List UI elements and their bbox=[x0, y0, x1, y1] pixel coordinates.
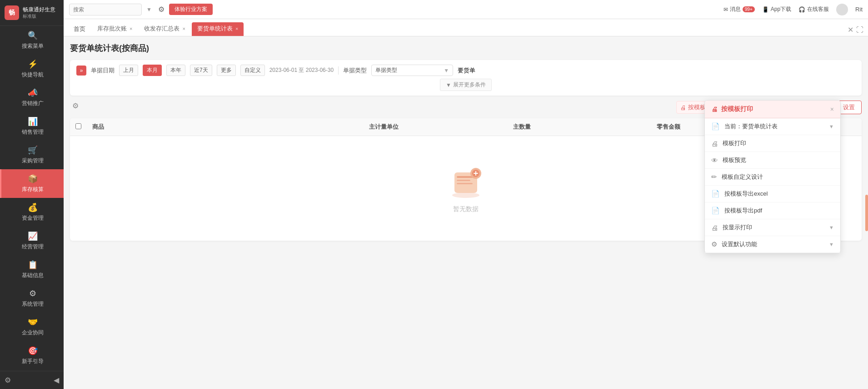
tabbar: 首页 库存批次账 × 收发存汇总表 × 要货单统计表 × ✕ ⛶ bbox=[64, 19, 868, 36]
sidebar-footer: ⚙ ◀ bbox=[0, 371, 64, 389]
logo-text: 畅康通好生意 标准版 bbox=[23, 6, 55, 20]
dropdown-template-preview[interactable]: 👁 模板预览 bbox=[705, 152, 840, 169]
date-btn-last-month[interactable]: 上月 bbox=[119, 65, 138, 76]
dropdown-close-button[interactable]: × bbox=[830, 106, 834, 113]
action-bar-left: ⚙ bbox=[70, 100, 81, 111]
default-func-inner: ⚙ 设置默认功能 bbox=[711, 240, 757, 248]
sidebar-logo: 畅 畅康通好生意 标准版 bbox=[0, 0, 64, 26]
sidebar-item-marketing[interactable]: 📣 营销推广 bbox=[0, 83, 64, 112]
svg-rect-4 bbox=[457, 183, 473, 184]
select-all-checkbox[interactable] bbox=[75, 123, 81, 129]
collab-icon: 🤝 bbox=[28, 317, 38, 327]
main-area: ▼ ⚙ 体验行业方案 ✉ 消息 99+ 📱 App下载 🎧 在线客服 Rit 首… bbox=[64, 0, 868, 389]
th-unit: 主计量单位 bbox=[364, 118, 508, 136]
sidebar: 畅 畅康通好生意 标准版 🔍 搜索菜单 ⚡ 快捷导航 📣 营销推广 📊 销售管理… bbox=[0, 0, 64, 389]
guide-icon: 🎯 bbox=[28, 346, 38, 356]
collapse-footer-icon[interactable]: ◀ bbox=[54, 376, 59, 384]
doc-type-label: 单据类型 bbox=[343, 66, 367, 75]
sidebar-item-purchase[interactable]: 🛒 采购管理 bbox=[0, 141, 64, 169]
sidebar-item-search[interactable]: 🔍 搜索菜单 bbox=[0, 26, 64, 55]
dropdown-title: 🖨 按模板打印 bbox=[711, 105, 753, 113]
tab-expand-icon[interactable]: ⛶ bbox=[856, 26, 863, 34]
search-input[interactable] bbox=[69, 4, 142, 15]
operation-icon: 📈 bbox=[28, 231, 38, 241]
dropdown-template-design[interactable]: ✏ 模板自定义设计 bbox=[705, 169, 840, 186]
sidebar-item-sales[interactable]: 📊 销售管理 bbox=[0, 112, 64, 141]
basic-icon: 📋 bbox=[28, 260, 38, 270]
sidebar-item-inventory[interactable]: 📦 库存核算 bbox=[0, 169, 64, 198]
dropdown-export-excel[interactable]: 📄 按模板导出excel bbox=[705, 186, 840, 202]
gear-settings-icon[interactable]: ⚙ bbox=[70, 100, 81, 111]
expand-more-icon: ▼ bbox=[446, 82, 451, 88]
date-btn-this-year[interactable]: 本年 bbox=[166, 65, 185, 76]
dropdown-default-func[interactable]: ⚙ 设置默认功能 ▼ bbox=[705, 236, 840, 253]
tab-batch[interactable]: 库存批次账 × bbox=[92, 22, 138, 36]
sidebar-scroll: 🔍 搜索菜单 ⚡ 快捷导航 📣 营销推广 📊 销售管理 🛒 采购管理 📦 库存核… bbox=[0, 26, 64, 371]
finance-icon: 💰 bbox=[28, 202, 38, 212]
template-design-icon: ✏ bbox=[711, 173, 717, 181]
tab-close-all-icon[interactable]: ✕ bbox=[848, 25, 853, 34]
date-btn-this-month[interactable]: 本月 bbox=[143, 65, 162, 76]
default-func-icon: ⚙ bbox=[711, 240, 717, 248]
headset-icon: 🎧 bbox=[798, 6, 805, 13]
filter-expand-icon[interactable]: » bbox=[76, 66, 86, 76]
app-download-button[interactable]: 📱 App下载 bbox=[762, 5, 791, 13]
date-range-text: 2023-06-01 至 2023-06-30 bbox=[269, 66, 334, 74]
filter-card: » 单据日期 上月 本月 本年 近7天 更多 自定义 2023-06-01 至 … bbox=[70, 60, 862, 96]
topbar-right: ✉ 消息 99+ 📱 App下载 🎧 在线客服 Rit bbox=[723, 4, 863, 15]
template-preview-icon: 👁 bbox=[711, 157, 718, 164]
display-print-icon: 🖨 bbox=[711, 224, 718, 232]
th-check[interactable] bbox=[70, 119, 87, 135]
empty-illustration bbox=[443, 163, 489, 200]
dropdown-template-print[interactable]: 🖨 模板打印 bbox=[705, 135, 840, 152]
sidebar-item-operation[interactable]: 📈 经营管理 bbox=[0, 227, 64, 255]
default-func-chevron-icon: ▼ bbox=[829, 242, 834, 247]
print-dropdown: 🖨 按模板打印 × 📄 当前：要货单统计表 ▼ 🖨 模板打印 👁 模板预览 bbox=[704, 100, 841, 253]
dropdown-export-pdf[interactable]: 📄 按模板导出pdf bbox=[705, 202, 840, 219]
search-icon: 🔍 bbox=[28, 30, 38, 40]
date-btn-7days[interactable]: 近7天 bbox=[190, 65, 212, 76]
sidebar-item-basic[interactable]: 📋 基础信息 bbox=[0, 255, 64, 284]
app-download-icon: 📱 bbox=[762, 6, 769, 13]
settings-footer-icon[interactable]: ⚙ bbox=[5, 376, 11, 384]
svg-point-0 bbox=[452, 192, 479, 198]
dropdown-display-print[interactable]: 🖨 按显示打印 ▼ bbox=[705, 219, 840, 236]
sidebar-item-collab[interactable]: 🤝 企业协同 bbox=[0, 313, 64, 341]
avatar[interactable] bbox=[836, 4, 848, 15]
dropdown-current-template[interactable]: 📄 当前：要货单统计表 ▼ bbox=[705, 118, 840, 135]
search-chevron-icon[interactable]: ▼ bbox=[146, 6, 152, 13]
marketing-icon: 📣 bbox=[28, 88, 38, 98]
date-btn-more[interactable]: 更多 bbox=[217, 65, 236, 76]
tab-batch-close-icon[interactable]: × bbox=[130, 26, 132, 31]
tabbar-right-btns: ✕ ⛶ bbox=[848, 25, 863, 36]
messages-button[interactable]: ✉ 消息 99+ bbox=[723, 5, 755, 13]
sidebar-item-shortcut[interactable]: ⚡ 快捷导航 bbox=[0, 55, 64, 83]
sidebar-item-system[interactable]: ⚙ 系统管理 bbox=[0, 284, 64, 313]
doc-type-chevron-icon: ▼ bbox=[444, 67, 449, 74]
shortcut-icon: ⚡ bbox=[28, 59, 38, 69]
message-icon: ✉ bbox=[723, 6, 728, 13]
online-service-button[interactable]: 🎧 在线客服 bbox=[798, 5, 829, 13]
tab-home[interactable]: 首页 bbox=[68, 22, 91, 36]
current-template-chevron-icon: ▼ bbox=[829, 124, 834, 129]
export-pdf-icon: 📄 bbox=[711, 207, 720, 215]
tab-order-stats-close-icon[interactable]: × bbox=[235, 26, 238, 31]
logo-icon: 畅 bbox=[5, 5, 19, 20]
trial-button[interactable]: 体验行业方案 bbox=[169, 4, 213, 15]
printer-icon: 🖨 bbox=[680, 104, 686, 111]
template-print-icon: 🖨 bbox=[711, 140, 718, 147]
tab-receipts[interactable]: 收发存汇总表 × bbox=[139, 22, 190, 36]
tab-receipts-close-icon[interactable]: × bbox=[182, 26, 185, 31]
sidebar-item-guide[interactable]: 🎯 新手引导 bbox=[0, 341, 64, 370]
doc-type-select[interactable]: 单据类型 ▼ bbox=[371, 65, 453, 76]
scroll-indicator[interactable] bbox=[865, 195, 868, 231]
expand-more-button[interactable]: ▼ 展开更多条件 bbox=[440, 79, 492, 91]
settings-gear-icon[interactable]: ⚙ bbox=[158, 5, 165, 14]
topbar: ▼ ⚙ 体验行业方案 ✉ 消息 99+ 📱 App下载 🎧 在线客服 Rit bbox=[64, 0, 868, 19]
printer-dropdown-icon: 🖨 bbox=[711, 106, 718, 113]
user-name: Rit bbox=[855, 6, 863, 13]
tab-order-stats[interactable]: 要货单统计表 × bbox=[192, 22, 244, 36]
date-btn-custom[interactable]: 自定义 bbox=[240, 65, 265, 76]
sidebar-item-finance[interactable]: 💰 资金管理 bbox=[0, 198, 64, 227]
content: 要货单统计表(按商品) » 单据日期 上月 本月 本年 近7天 更多 自定义 2… bbox=[64, 36, 868, 389]
